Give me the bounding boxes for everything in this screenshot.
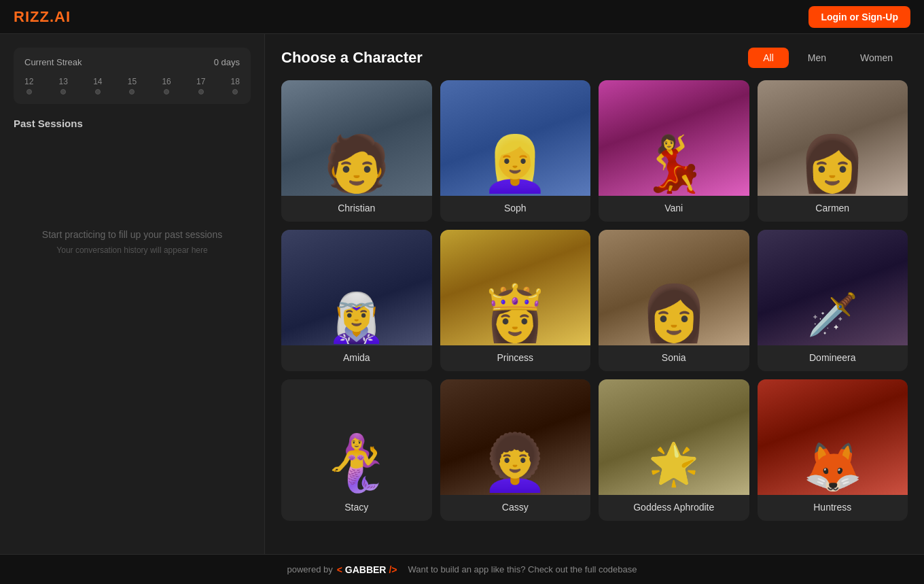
streak-dot [198, 89, 204, 95]
streak-day-number: 12 [24, 77, 33, 86]
character-card-amida[interactable]: 🧝‍♀️ Amida [281, 230, 432, 371]
streak-day: 12 [24, 77, 33, 95]
character-name-soph: Soph [440, 196, 591, 222]
character-name-sonia: Sonia [599, 345, 749, 371]
streak-dot [232, 89, 238, 95]
character-name-carmen: Carmen [758, 196, 908, 222]
past-sessions-empty: Start practicing to fill up your past se… [14, 140, 251, 344]
main-layout: Current Streak 0 days 12 13 14 15 16 17 … [0, 34, 924, 554]
past-sessions-empty-main: Start practicing to fill up your past se… [42, 229, 222, 240]
page-title: Choose a Character [281, 49, 423, 67]
filter-tab-men[interactable]: Men [793, 48, 841, 68]
character-image-domineera: 🗡️ [758, 230, 908, 345]
streak-dot [129, 89, 135, 95]
streak-day: 17 [196, 77, 205, 95]
streak-day-number: 13 [59, 77, 68, 86]
character-card-goddess-aphrodite[interactable]: 🌟 Goddess Aphrodite [599, 379, 749, 521]
codebase-link[interactable]: Want to build an app like this? Check ou… [408, 564, 637, 574]
footer: powered by < GABBER /> Want to build an … [0, 554, 924, 584]
streak-day-number: 18 [231, 77, 240, 86]
gabber-logo: < GABBER /> [337, 564, 397, 575]
streak-dot [164, 89, 169, 95]
streak-day-number: 15 [128, 77, 137, 86]
streak-day-number: 17 [196, 77, 205, 86]
streak-day-number: 16 [162, 77, 171, 86]
footer-powered: powered by < GABBER /> [287, 564, 397, 575]
character-image-sonia: 👩 [599, 230, 749, 345]
character-name-stacy: Stacy [281, 495, 432, 521]
streak-header: Current Streak 0 days [24, 57, 240, 67]
filter-tab-all[interactable]: All [748, 48, 789, 68]
character-name-vani: Vani [599, 196, 749, 222]
streak-day: 14 [93, 77, 102, 95]
character-name-christian: Christian [281, 196, 432, 222]
character-card-sonia[interactable]: 👩 Sonia [599, 230, 749, 371]
filter-tab-women[interactable]: Women [845, 48, 908, 68]
character-name-amida: Amida [281, 345, 432, 371]
header: RIZZ.AI Login or Sign-Up [0, 0, 924, 34]
streak-day: 15 [128, 77, 137, 95]
character-name-princess: Princess [440, 345, 591, 371]
character-card-princess[interactable]: 👸 Princess [440, 230, 591, 371]
streak-day: 18 [231, 77, 240, 95]
past-sessions: Past Sessions Start practicing to fill u… [14, 118, 251, 540]
streak-day: 16 [162, 77, 171, 95]
content-area: Choose a Character AllMenWomen 🧑 Christi… [265, 34, 924, 554]
streak-days: 12 13 14 15 16 17 18 [24, 77, 240, 95]
character-image-stacy: 🧜‍♀️ [281, 379, 432, 495]
character-card-christian[interactable]: 🧑 Christian [281, 80, 432, 222]
streak-day-number: 14 [93, 77, 102, 86]
streak-label: Current Streak [24, 57, 82, 67]
character-card-soph[interactable]: 👱‍♀️ Soph [440, 80, 591, 222]
streak-dot [60, 89, 66, 95]
logo: RIZZ.AI [14, 8, 71, 26]
character-image-vani: 💃 [599, 80, 749, 196]
character-card-cassy[interactable]: 👩‍🦱 Cassy [440, 379, 591, 521]
character-name-goddess-aphrodite: Goddess Aphrodite [599, 495, 749, 521]
streak-value: 0 days [214, 57, 240, 67]
character-image-soph: 👱‍♀️ [440, 80, 591, 196]
character-card-vani[interactable]: 💃 Vani [599, 80, 749, 222]
character-name-domineera: Domineera [758, 345, 908, 371]
character-name-huntress: Huntress [758, 495, 908, 521]
character-image-goddess-aphrodite: 🌟 [599, 379, 749, 495]
streak-day: 13 [59, 77, 68, 95]
character-image-carmen: 👩 [758, 80, 908, 196]
sidebar: Current Streak 0 days 12 13 14 15 16 17 … [0, 34, 265, 554]
streak-box: Current Streak 0 days 12 13 14 15 16 17 … [14, 48, 251, 104]
character-card-huntress[interactable]: 🦊 Huntress [758, 379, 908, 521]
character-name-cassy: Cassy [440, 495, 591, 521]
content-header: Choose a Character AllMenWomen [281, 48, 908, 68]
character-image-huntress: 🦊 [758, 379, 908, 495]
streak-dot [26, 89, 32, 95]
past-sessions-empty-sub: Your conversation history will appear he… [56, 245, 207, 255]
filter-tabs: AllMenWomen [748, 48, 908, 68]
characters-grid: 🧑 Christian 👱‍♀️ Soph 💃 Vani 👩 Carmen 🧝‍… [281, 80, 908, 521]
login-button[interactable]: Login or Sign-Up [808, 6, 910, 28]
streak-dot [95, 89, 101, 95]
character-image-amida: 🧝‍♀️ [281, 230, 432, 345]
character-card-domineera[interactable]: 🗡️ Domineera [758, 230, 908, 371]
powered-by-text: powered by [287, 564, 333, 574]
character-card-carmen[interactable]: 👩 Carmen [758, 80, 908, 222]
character-image-christian: 🧑 [281, 80, 432, 196]
character-image-princess: 👸 [440, 230, 591, 345]
character-image-cassy: 👩‍🦱 [440, 379, 591, 495]
past-sessions-title: Past Sessions [14, 118, 251, 129]
character-card-stacy[interactable]: 🧜‍♀️ Stacy [281, 379, 432, 521]
